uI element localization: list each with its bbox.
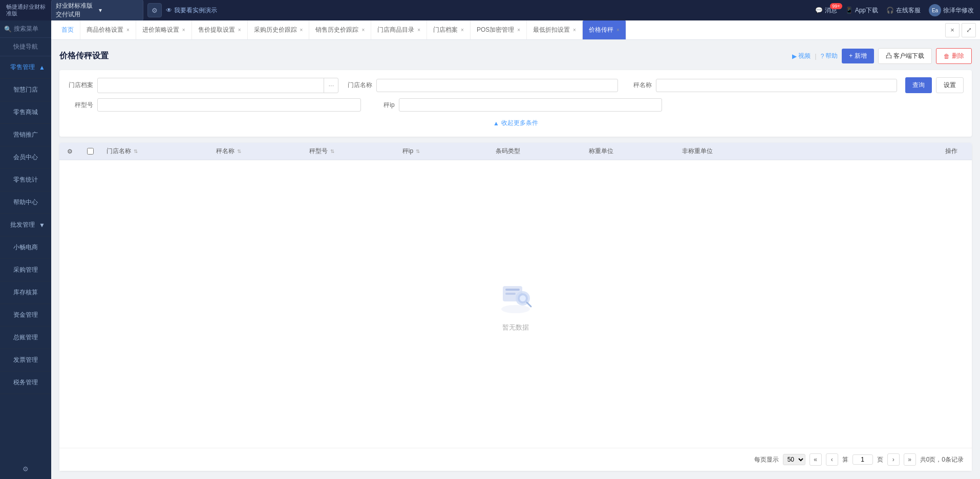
tab-price-scale[interactable]: 价格传秤 × bbox=[583, 20, 626, 40]
sidebar-item-invoice-mgmt[interactable]: 发票管理 bbox=[0, 349, 51, 372]
th-scale-name[interactable]: 秤名称 bbox=[210, 147, 303, 156]
edition-selector[interactable]: 好业财标准版交付试用 ▾ bbox=[51, 0, 143, 21]
arrow-icon: ▲ bbox=[39, 64, 45, 71]
th-checkbox[interactable] bbox=[80, 148, 100, 155]
total-records: 共0页，0条记录 bbox=[920, 455, 964, 464]
sidebar-item-xiaochang-ecom[interactable]: 小畅电商 bbox=[0, 236, 51, 259]
demo-link[interactable]: 👁 我要看实例演示 bbox=[166, 6, 217, 15]
collapse-button[interactable]: ▲ 收起更多条件 bbox=[68, 117, 964, 129]
video-link[interactable]: ▶ 视频 bbox=[792, 52, 811, 60]
scale-name-input[interactable] bbox=[656, 79, 897, 92]
sidebar-item-purchase-mgmt[interactable]: 采购管理 bbox=[0, 259, 51, 281]
logo-area: 畅捷通好业财标准版 bbox=[6, 4, 47, 17]
form-row-2: 秤型号 秤ip bbox=[68, 98, 964, 112]
tab-close-icon[interactable]: × bbox=[182, 27, 185, 33]
sidebar-item-inventory[interactable]: 库存核算 bbox=[0, 281, 51, 304]
svg-point-0 bbox=[501, 305, 530, 313]
store-file-input[interactable] bbox=[98, 79, 324, 92]
gear-icon: ⚙ bbox=[152, 7, 158, 14]
tab-maximize-button[interactable]: ⤢ bbox=[962, 23, 976, 37]
first-page-button[interactable]: « bbox=[809, 453, 822, 466]
tab-close-icon[interactable]: × bbox=[417, 27, 420, 33]
tab-store-files[interactable]: 门店档案 × bbox=[427, 20, 471, 40]
tab-sale-price-extract[interactable]: 售价提取设置 × bbox=[192, 20, 248, 40]
scale-name-label: 秤名称 bbox=[626, 81, 652, 90]
edition-settings-button[interactable]: ⚙ bbox=[147, 3, 162, 17]
sidebar-item-retail-stats[interactable]: 零售统计 bbox=[0, 169, 51, 191]
sidebar-item-retail-mgmt[interactable]: 零售管理 ▲ bbox=[0, 56, 51, 79]
tab-min-discount[interactable]: 最低折扣设置 × bbox=[527, 20, 583, 40]
online-service-button[interactable]: 🎧 在线客服 bbox=[886, 6, 921, 15]
tab-close-icon[interactable]: × bbox=[517, 27, 520, 33]
client-download-button[interactable]: 凸 客户端下载 bbox=[878, 48, 932, 64]
store-file-field: 门店档案 ··· bbox=[68, 78, 338, 93]
sidebar-item-finance[interactable]: 资金管理 bbox=[0, 304, 51, 326]
query-button[interactable]: 查询 bbox=[905, 77, 932, 93]
tab-product-price-settings[interactable]: 商品价格设置 × bbox=[80, 20, 136, 40]
tab-close-icon[interactable]: × bbox=[300, 27, 303, 33]
scale-ip-field: 秤ip bbox=[369, 98, 663, 112]
scale-ip-input[interactable] bbox=[399, 98, 663, 112]
tab-close-icon[interactable]: × bbox=[126, 27, 130, 33]
tab-purchase-price-strategy[interactable]: 进价策略设置 × bbox=[136, 20, 192, 40]
help-link[interactable]: ? 帮助 bbox=[821, 52, 838, 60]
page-suffix: 页 bbox=[877, 455, 883, 464]
th-settings[interactable]: ⚙ bbox=[59, 148, 80, 155]
tab-close-current-button[interactable]: × bbox=[945, 23, 960, 37]
sidebar: 🔍 搜索菜单 快捷导航 零售管理 ▲ 智慧门店 零售商城 营销推广 会员中心 零… bbox=[0, 20, 51, 479]
tab-pos-encryption[interactable]: POS加密管理 × bbox=[471, 20, 527, 40]
sidebar-item-tax-mgmt[interactable]: 税务管理 bbox=[0, 372, 51, 394]
message-badge: 99+ bbox=[830, 3, 842, 9]
page-prefix: 算 bbox=[842, 455, 848, 464]
sidebar-item-general-ledger[interactable]: 总账管理 bbox=[0, 326, 51, 349]
divider: | bbox=[815, 52, 816, 60]
app-download-button[interactable]: 📱 App下载 bbox=[845, 6, 878, 15]
message-icon: 💬 bbox=[815, 7, 823, 14]
tab-sales-history-price[interactable]: 销售历史价跟踪 × bbox=[309, 20, 371, 40]
prev-page-button[interactable]: ‹ bbox=[826, 453, 838, 466]
empty-state: 暂无数据 bbox=[59, 160, 972, 448]
next-page-button[interactable]: › bbox=[887, 453, 900, 466]
sidebar-item-smart-store[interactable]: 智慧门店 bbox=[0, 79, 51, 101]
sidebar-item-wholesale-mgmt[interactable]: 批发管理 ▼ bbox=[0, 214, 51, 236]
th-scale-ip[interactable]: 秤ip bbox=[396, 147, 489, 156]
tab-close-icon[interactable]: × bbox=[461, 27, 464, 33]
sidebar-quick-nav[interactable]: 快捷导航 bbox=[0, 38, 51, 56]
tab-purchase-history-price[interactable]: 采购历史价跟踪 × bbox=[248, 20, 310, 40]
th-scale-model[interactable]: 秤型号 bbox=[303, 147, 396, 156]
tab-store-product-catalog[interactable]: 门店商品目录 × bbox=[371, 20, 427, 40]
select-all-checkbox[interactable] bbox=[87, 148, 94, 155]
page-header: 价格传秤设置 ▶ 视频 | ? 帮助 + 新增 凸 客户端下载 bbox=[59, 48, 972, 64]
edition-value: 好业财标准版交付试用 bbox=[56, 2, 96, 19]
sidebar-item-marketing[interactable]: 营销推广 bbox=[0, 124, 51, 146]
delete-icon: 🗑 bbox=[944, 53, 950, 60]
delete-button[interactable]: 🗑 删除 bbox=[936, 48, 972, 64]
sidebar-settings-button[interactable]: ⚙ bbox=[0, 459, 51, 479]
scale-model-input[interactable] bbox=[97, 98, 361, 112]
sidebar-search[interactable]: 🔍 搜索菜单 bbox=[0, 20, 51, 38]
add-button[interactable]: + 新增 bbox=[842, 49, 874, 63]
page-number-input[interactable]: 1 bbox=[853, 454, 873, 465]
user-menu-button[interactable]: Ea 徐泽华修改 bbox=[929, 4, 974, 16]
page-content: 价格传秤设置 ▶ 视频 | ? 帮助 + 新增 凸 客户端下载 bbox=[51, 40, 980, 479]
tab-close-icon[interactable]: × bbox=[361, 27, 365, 33]
tab-close-icon[interactable]: × bbox=[238, 27, 241, 33]
settings-button[interactable]: 设置 bbox=[936, 77, 964, 93]
th-store-name[interactable]: 门店名称 bbox=[100, 147, 210, 156]
store-name-input[interactable] bbox=[376, 79, 617, 92]
headset-icon: 🎧 bbox=[886, 7, 894, 14]
store-name-label: 门店名称 bbox=[347, 81, 372, 90]
message-button[interactable]: 💬 消息 99+ bbox=[815, 6, 837, 15]
top-bar-left: 畅捷通好业财标准版 好业财标准版交付试用 ▾ ⚙ 👁 我要看实例演示 bbox=[6, 0, 217, 21]
sidebar-item-retail-mall[interactable]: 零售商城 bbox=[0, 101, 51, 124]
tab-close-icon[interactable]: × bbox=[573, 27, 576, 33]
store-file-browse-button[interactable]: ··· bbox=[324, 78, 338, 93]
tab-close-icon[interactable]: × bbox=[616, 27, 620, 33]
page-size-select[interactable]: 50 bbox=[783, 454, 805, 465]
sidebar-item-help-center[interactable]: 帮助中心 bbox=[0, 191, 51, 214]
last-page-button[interactable]: » bbox=[904, 453, 916, 466]
content-area: 首页 商品价格设置 × 进价策略设置 × 售价提取设置 × 采购历史价跟踪 × … bbox=[51, 20, 980, 479]
arrow-down-icon: ▼ bbox=[39, 222, 45, 229]
tab-home[interactable]: 首页 bbox=[55, 20, 80, 40]
sidebar-item-member-center[interactable]: 会员中心 bbox=[0, 146, 51, 169]
